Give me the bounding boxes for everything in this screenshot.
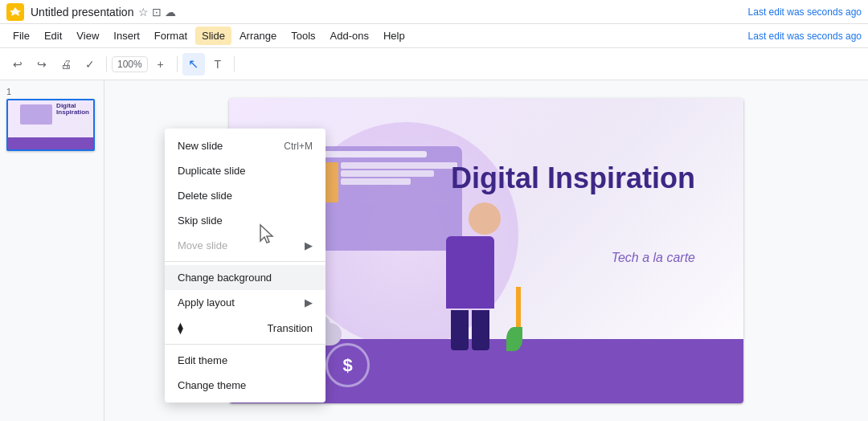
transition-icon: ⧫ — [178, 321, 183, 334]
slide-number-label: 1 — [6, 87, 97, 96]
toolbar: ↩ ↪ 🖨 ✓ 100% + ↖ T — [0, 48, 868, 80]
spellcheck-button[interactable]: ✓ — [79, 53, 101, 76]
zoom-in-icon[interactable]: + — [149, 53, 172, 76]
thumb-screen — [20, 104, 52, 125]
separator-1 — [165, 261, 326, 262]
menu-item-insert[interactable]: Insert — [107, 27, 146, 45]
menu-edit-theme[interactable]: Edit theme — [165, 348, 326, 373]
zoom-level[interactable]: 100% — [112, 56, 148, 72]
slide-plant — [510, 287, 526, 359]
cursor-select-button[interactable]: ↖ — [182, 53, 205, 76]
menu-new-slide[interactable]: New slide Ctrl+M — [165, 133, 326, 158]
slide-subtitle: Tech a la carte — [612, 251, 695, 265]
menu-item-addons[interactable]: Add-ons — [324, 27, 375, 45]
menu-transition[interactable]: ⧫ Transition — [165, 315, 326, 341]
cloud-icon[interactable]: ☁ — [165, 6, 176, 18]
menu-item-format[interactable]: Format — [148, 27, 194, 45]
menu-item-tools[interactable]: Tools — [285, 27, 321, 45]
thumb-title: DigitalInspiration — [56, 103, 89, 116]
slide-thumbnail[interactable]: DigitalInspiration — [6, 99, 95, 151]
separator-2 — [165, 344, 326, 345]
undo-button[interactable]: ↩ — [6, 53, 29, 76]
menu-change-theme[interactable]: Change theme — [165, 373, 326, 398]
menu-item-edit[interactable]: Edit — [38, 27, 68, 45]
last-edit-display: Last edit was seconds ago — [748, 31, 862, 42]
text-tool-button[interactable]: T — [207, 53, 229, 76]
slide-thumb-inner: DigitalInspiration — [8, 100, 93, 149]
print-button[interactable]: 🖨 — [55, 53, 77, 76]
toolbar-divider-1 — [106, 56, 107, 72]
menu-duplicate-slide[interactable]: Duplicate slide — [165, 158, 326, 183]
last-edit-status: Last edit was seconds ago — [748, 6, 862, 18]
slide-panel: 1 DigitalInspiration — [0, 80, 104, 421]
slide-dollar-coin: $ — [326, 343, 370, 387]
toolbar-divider-2 — [177, 56, 178, 72]
menu-apply-layout[interactable]: Apply layout ▶ — [165, 290, 326, 315]
folder-icon[interactable]: ⊡ — [152, 6, 162, 18]
menu-item-slide[interactable]: Slide — [195, 27, 231, 45]
thumb-bar — [8, 137, 93, 149]
screen-charts — [306, 162, 457, 202]
star-icon[interactable]: ☆ — [138, 6, 149, 18]
menu-change-background[interactable]: Change background — [165, 265, 326, 290]
app-logo — [6, 3, 24, 21]
slide-title: Digital Inspiration — [451, 162, 695, 194]
menu-bar: File Edit View Insert Format Slide Arran… — [0, 24, 868, 48]
presentation-title[interactable]: Untitled presentation — [31, 6, 133, 18]
title-bar: Untitled presentation ☆ ⊡ ☁ Last edit wa… — [0, 0, 868, 24]
toolbar-divider-3 — [234, 56, 235, 72]
menu-item-help[interactable]: Help — [377, 27, 411, 45]
menu-move-slide: Move slide ▶ — [165, 233, 326, 258]
menu-item-arrange[interactable]: Arrange — [233, 27, 283, 45]
main-area: 1 DigitalInspiration — [0, 80, 868, 421]
slide-dropdown-menu: New slide Ctrl+M Duplicate slide Delete … — [165, 129, 326, 403]
character-legs — [438, 310, 502, 350]
menu-skip-slide[interactable]: Skip slide — [165, 208, 326, 233]
menu-item-file[interactable]: File — [6, 27, 36, 45]
slide-character — [438, 202, 502, 355]
menu-delete-slide[interactable]: Delete slide — [165, 183, 326, 208]
menu-item-view[interactable]: View — [70, 27, 105, 45]
redo-button[interactable]: ↪ — [31, 53, 53, 76]
